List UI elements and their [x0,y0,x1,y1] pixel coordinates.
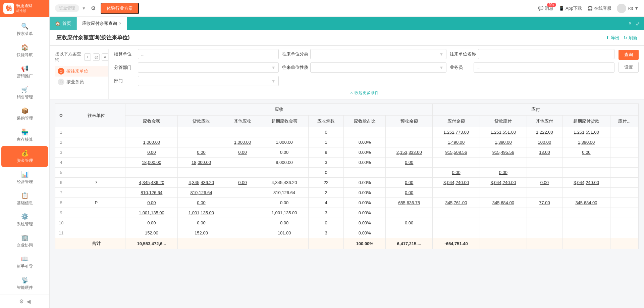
settings-btn[interactable]: 设置 [619,62,639,73]
row-prepaid[interactable]: 0.00 [386,188,433,198]
tab-close-btn[interactable]: × [119,21,121,26]
row-loan-recv[interactable] [178,127,225,137]
row-loan-recv[interactable]: 18,000.00 [178,158,225,168]
row-other-pay[interactable] [527,188,562,198]
row-other-pay[interactable] [527,218,562,228]
sidebar-item-smart-hw[interactable]: 📡 智能硬件 [1,273,48,294]
row-recv-amt[interactable]: 0.00 [125,147,178,158]
row-other-pay[interactable]: 1,222.00 [527,127,562,137]
export-btn[interactable]: ⬆ 导出 [606,35,620,41]
filter-settings-btn[interactable]: ◎ [93,53,100,61]
user-area[interactable]: Rit ▼ [617,4,639,13]
row-other-recv[interactable] [225,228,260,238]
row-loan-pay[interactable] [480,228,527,238]
sidebar-item-finance[interactable]: 💰 资金管理 [1,146,48,167]
sidebar-settings-btn[interactable]: ⚙ [19,298,24,305]
row-prepaid[interactable] [386,137,433,147]
sidebar-item-search[interactable]: 🔍 搜索菜单 [1,19,48,40]
row-other-pay[interactable] [527,168,562,178]
sidebar-item-purchase[interactable]: 📦 采购管理 [1,104,48,125]
row-other-pay[interactable] [527,208,562,218]
row-other-pay[interactable]: 77.00 [527,198,562,208]
sidebar-item-guide[interactable]: 📖 新手引导 [1,252,48,273]
row-pay-amt[interactable] [433,228,480,238]
row-recv-amt[interactable]: 18,000.00 [125,158,178,168]
row-loan-pay[interactable] [480,158,527,168]
online-service-btn[interactable]: 🎧 在线客服 [587,5,611,11]
row-prepaid[interactable]: 655,636.75 [386,198,433,208]
row-pay-amt[interactable] [433,208,480,218]
row-pay-amt[interactable]: 1,490.00 [433,137,480,147]
row-loan-pay[interactable]: 1,251,551.00 [480,127,527,137]
row-overdue-pay[interactable]: 1,251,551.00 [562,127,610,137]
row-pay-amt[interactable]: 345,761.00 [433,198,480,208]
tab-receivable-query[interactable]: 应收应付余额查询 × [77,17,127,30]
row-overdue-pay[interactable] [562,168,610,178]
row-loan-pay[interactable] [480,218,527,228]
tab-home[interactable]: 🏠 首页 [50,17,77,30]
row-recv-amt[interactable]: 0.00 [125,198,178,208]
row-prepaid[interactable]: 2,153,333.00 [386,147,433,158]
row-pay-amt[interactable]: 1,252,773.00 [433,127,480,137]
row-overdue-pay[interactable] [562,208,610,218]
row-loan-recv[interactable] [178,137,225,147]
sidebar-item-basic-info[interactable]: 📋 基础信息 [1,188,48,209]
row-overdue-pay[interactable] [562,188,610,198]
row-pay-amt[interactable] [433,158,480,168]
sidebar-item-corp[interactable]: 🏢 企业协同 [1,231,48,252]
row-recv-amt[interactable]: 810,126.64 [125,188,178,198]
query-btn[interactable]: 查询 [619,50,639,60]
row-loan-recv[interactable]: 810,126.64 [178,188,225,198]
row-overdue-pay[interactable]: 3,044,240.00 [562,178,610,188]
row-pay-amt[interactable]: 0.00 [433,168,480,178]
partner-name-input[interactable] [478,49,614,59]
row-other-pay[interactable]: 0.00 [527,178,562,188]
row-prepaid[interactable]: 0.00 [386,158,433,168]
row-other-pay[interactable]: 13.00 [527,147,562,158]
collapse-more-btn[interactable]: ∧ 收起更多条件 [350,88,378,98]
table-container[interactable]: ⚙ 往来单位 应收 应付 应收金额 贷款应收 其他应收 超期应收金额 应收笔数 [50,99,644,308]
filter-collapse-btn[interactable]: « [102,53,108,61]
row-prepaid[interactable] [386,127,433,137]
row-other-recv[interactable] [225,158,260,168]
dept-input[interactable]: ▼ [138,76,279,86]
row-overdue-pay[interactable] [562,228,610,238]
row-loan-pay[interactable] [480,208,527,218]
row-recv-amt[interactable] [125,127,178,137]
row-other-recv[interactable]: 0.00 [225,178,260,188]
filter-option-salesperson[interactable]: ⊙ 按业务员 [55,77,108,87]
row-other-recv[interactable] [225,198,260,208]
row-recv-amt[interactable]: 4,345,436.20 [125,178,178,188]
refresh-btn[interactable]: ↻ 刷新 [624,35,637,41]
row-prepaid[interactable] [386,208,433,218]
filter-option-partner[interactable]: ⊙ 按往来单位 [55,66,108,77]
th-settings[interactable]: ⚙ [55,104,67,127]
row-other-pay[interactable] [527,158,562,168]
row-pay-amt[interactable] [433,188,480,198]
row-loan-recv[interactable]: 0.00 [178,147,225,158]
row-other-recv[interactable] [225,168,260,178]
row-prepaid[interactable] [386,168,433,178]
row-other-recv[interactable] [225,208,260,218]
row-loan-pay[interactable]: 345,684.00 [480,198,527,208]
row-loan-recv[interactable] [178,168,225,178]
salesperson-input[interactable]: ... [474,62,614,73]
row-other-recv[interactable] [225,127,260,137]
row-recv-amt[interactable] [125,168,178,178]
row-loan-recv[interactable]: 152.00 [178,228,225,238]
row-overdue-pay[interactable]: 345,684.00 [562,198,610,208]
row-other-pay[interactable] [527,228,562,238]
row-prepaid[interactable]: 0.00 [386,178,433,188]
branch-dept-input[interactable]: ▼ [138,62,279,73]
partner-category-input[interactable]: ▼ [310,49,447,59]
row-loan-recv[interactable]: 0.00 [178,218,225,228]
row-prepaid[interactable]: 0.00 [386,218,433,228]
sidebar-item-sales[interactable]: 🛒 销售管理 [1,83,48,103]
row-loan-pay[interactable] [480,188,527,198]
window-expand-btn[interactable]: ⤢ [636,20,640,27]
row-loan-pay[interactable]: 1,390.00 [480,137,527,147]
sidebar-item-operations[interactable]: 📊 经营管理 [1,167,48,188]
window-close-btn[interactable]: × [629,20,632,27]
sidebar-item-inventory[interactable]: 🏪 库存核算 [1,125,48,146]
row-other-recv[interactable] [225,188,260,198]
